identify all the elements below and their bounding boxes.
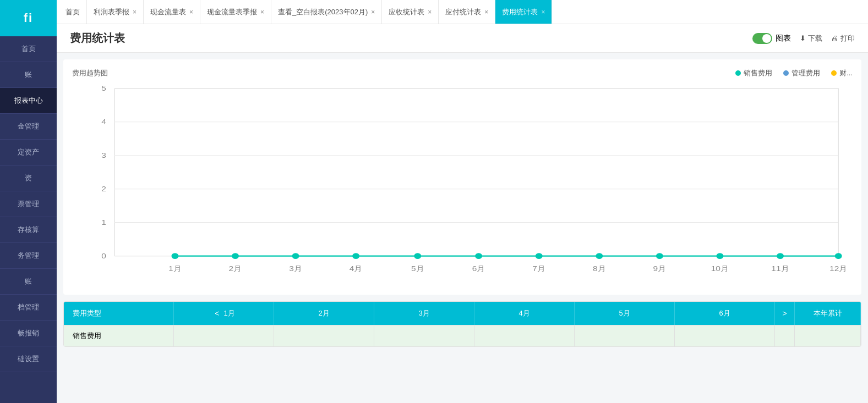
chart-toggle-wrap: 图表 xyxy=(752,33,791,44)
tab-cashflow[interactable]: 现金流量表 × xyxy=(144,0,200,24)
chart-section: 费用趋势图 销售费用 管理费用 财... xyxy=(63,59,861,295)
svg-text:10月: 10月 xyxy=(711,264,729,273)
close-icon[interactable]: × xyxy=(428,8,432,16)
th-month-3: 3月 xyxy=(374,302,474,325)
table-section: 费用类型 < 1月 2月 3月 4月 5月 6月 > 本年累计 销售费用 xyxy=(63,301,861,347)
svg-point-20 xyxy=(596,253,603,259)
svg-point-15 xyxy=(292,253,299,259)
download-button[interactable]: ⬇ 下载 xyxy=(800,34,822,43)
print-button[interactable]: 🖨 打印 xyxy=(831,34,855,43)
legend-dot-admin xyxy=(783,70,789,76)
sidebar-item-archive-mgmt[interactable]: 档管理 xyxy=(0,295,57,321)
legend-item-finance: 财... xyxy=(831,68,853,78)
close-icon[interactable]: × xyxy=(133,8,137,16)
svg-text:11月: 11月 xyxy=(771,264,789,273)
sidebar-item-home[interactable]: 首页 xyxy=(0,36,57,62)
svg-point-17 xyxy=(414,253,421,259)
svg-point-23 xyxy=(777,253,784,259)
header-actions: 图表 ⬇ 下载 🖨 打印 xyxy=(752,33,855,44)
tab-cashflow-quarterly[interactable]: 现金流量表季报 × xyxy=(200,0,271,24)
svg-rect-0 xyxy=(114,89,838,256)
tab-blank-report[interactable]: 查看_空白报表(2023年02月) × xyxy=(271,0,382,24)
svg-point-14 xyxy=(232,253,239,259)
sidebar-item-task-mgmt[interactable]: 务管理 xyxy=(0,243,57,269)
svg-text:6月: 6月 xyxy=(472,264,485,273)
sidebar-item-fund-mgmt[interactable]: 金管理 xyxy=(0,114,57,140)
svg-point-22 xyxy=(716,253,723,259)
prev-icon[interactable]: < xyxy=(212,309,221,318)
chart-legend: 销售费用 管理费用 财... xyxy=(735,68,853,78)
td-type: 销售费用 xyxy=(64,325,174,346)
print-icon: 🖨 xyxy=(831,34,838,42)
close-icon[interactable]: × xyxy=(371,8,375,16)
sidebar-item-ledger[interactable]: 账 xyxy=(0,269,57,295)
download-icon: ⬇ xyxy=(800,34,806,42)
tab-label: 费用统计表 xyxy=(502,7,538,17)
close-icon[interactable]: × xyxy=(541,8,545,16)
th-month-6: 6月 xyxy=(675,302,775,325)
legend-label-admin: 管理费用 xyxy=(791,68,820,78)
sidebar-item-invoice-mgmt[interactable]: 票管理 xyxy=(0,191,57,217)
close-icon[interactable]: × xyxy=(260,8,264,16)
tab-label: 应付统计表 xyxy=(445,7,481,17)
tab-expense-stat[interactable]: 费用统计表 × xyxy=(495,0,552,24)
sidebar-logo: fi xyxy=(0,0,57,36)
legend-item-admin: 管理费用 xyxy=(783,68,820,78)
close-icon[interactable]: × xyxy=(189,8,193,16)
chart-header: 费用趋势图 销售费用 管理费用 财... xyxy=(72,68,853,78)
svg-point-18 xyxy=(475,253,482,259)
chart-wrap: 5 4 3 2 1 0 xyxy=(72,82,853,286)
td-val-3 xyxy=(374,325,474,346)
svg-point-16 xyxy=(352,253,359,259)
svg-text:1: 1 xyxy=(101,218,106,227)
th-nav-prev[interactable]: < 1月 xyxy=(174,302,274,325)
th-nav-next[interactable]: > xyxy=(775,302,795,325)
content-area: 费用统计表 图表 ⬇ 下载 🖨 打印 费用趋势图 xyxy=(57,24,868,403)
sidebar-item-basic-settings[interactable]: 础设置 xyxy=(0,346,57,372)
svg-text:3: 3 xyxy=(101,151,106,159)
close-icon[interactable]: × xyxy=(484,8,488,16)
table-row: 销售费用 xyxy=(64,325,861,346)
tab-label: 查看_空白报表(2023年02月) xyxy=(278,7,368,17)
th-month-5: 5月 xyxy=(575,302,675,325)
th-month-2: 2月 xyxy=(274,302,374,325)
td-val-5 xyxy=(575,325,675,346)
svg-text:1月: 1月 xyxy=(168,264,182,273)
tab-profit-quarterly[interactable]: 利润表季报 × xyxy=(87,0,144,24)
tab-payable[interactable]: 应付统计表 × xyxy=(439,0,495,24)
legend-dot-finance xyxy=(831,70,837,76)
sidebar-item-inventory[interactable]: 存核算 xyxy=(0,217,57,243)
sidebar-item-report-center[interactable]: 报表中心 xyxy=(0,88,57,114)
th-type: 费用类型 xyxy=(64,302,174,325)
tab-receivable[interactable]: 应收统计表 × xyxy=(382,0,439,24)
line-chart-svg: 5 4 3 2 1 0 xyxy=(72,82,853,286)
td-val-1 xyxy=(174,325,274,346)
next-icon[interactable]: > xyxy=(780,309,789,318)
tab-home[interactable]: 首页 xyxy=(59,0,87,24)
svg-text:0: 0 xyxy=(101,252,106,260)
svg-text:4月: 4月 xyxy=(350,264,363,273)
svg-point-24 xyxy=(835,253,842,259)
svg-text:12月: 12月 xyxy=(829,264,847,273)
th-ytd: 本年累计 xyxy=(795,302,861,325)
download-label: 下载 xyxy=(808,34,822,43)
td-val-2 xyxy=(274,325,374,346)
sidebar-item-fixed-assets[interactable]: 定资产 xyxy=(0,140,57,165)
chart-toggle-label: 图表 xyxy=(776,34,791,43)
svg-point-19 xyxy=(536,253,543,259)
legend-label-finance: 财... xyxy=(839,68,853,78)
chart-toggle[interactable] xyxy=(752,33,772,44)
tab-label: 现金流量表季报 xyxy=(207,7,257,17)
page-header: 费用统计表 图表 ⬇ 下载 🖨 打印 xyxy=(57,24,868,53)
main-area: 首页 利润表季报 × 现金流量表 × 现金流量表季报 × 查看_空白报表(202… xyxy=(57,0,868,403)
chart-title: 费用趋势图 xyxy=(72,68,108,78)
sidebar-item-account[interactable]: 账 xyxy=(0,62,57,88)
print-label: 打印 xyxy=(840,34,855,43)
svg-text:3月: 3月 xyxy=(289,264,302,273)
th-month-1: 1月 xyxy=(223,308,234,318)
svg-text:9月: 9月 xyxy=(653,264,667,273)
sidebar-item-capital[interactable]: 资 xyxy=(0,165,57,191)
page-title: 费用统计表 xyxy=(70,31,125,46)
td-val-6 xyxy=(675,325,775,346)
sidebar-item-expense[interactable]: 畅报销 xyxy=(0,321,57,346)
